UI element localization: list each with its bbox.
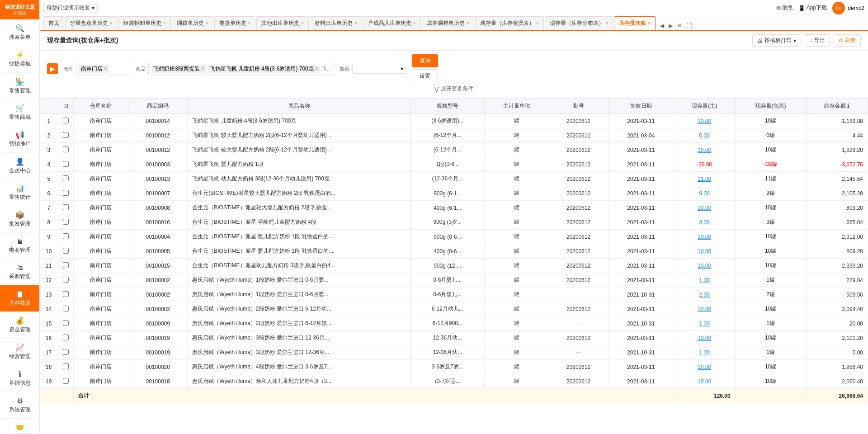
warehouse-input[interactable]: 南岸门店 ×: [76, 63, 130, 75]
sidebar-item-8[interactable]: 🖥电商管理: [0, 233, 39, 259]
tab-close-2[interactable]: ×: [163, 21, 166, 26]
tab-close-all[interactable]: ✕: [675, 22, 684, 30]
sidebar-item-13[interactable]: ℹ基础信息: [0, 365, 39, 392]
cell-stock-main[interactable]: 0.00: [674, 128, 735, 143]
tab-close-6[interactable]: ×: [354, 21, 357, 26]
cell-stock-main[interactable]: 1.00: [674, 316, 735, 331]
tab-close-5[interactable]: ×: [301, 21, 304, 26]
cell-stock-main[interactable]: 10.00: [674, 374, 735, 389]
cell-stock-main[interactable]: 10.00: [674, 259, 735, 273]
cell-stock-main[interactable]: 1.00: [674, 345, 735, 360]
account-dropdown[interactable]: 母婴行业演示账套 ▾: [43, 3, 98, 13]
tab-item-8[interactable]: 成本调整单历史×: [422, 16, 474, 30]
user-info[interactable]: Ea demo2: [832, 2, 864, 14]
color-input[interactable]: ▾: [352, 64, 406, 74]
tab-item-0[interactable]: 首页: [43, 16, 64, 30]
template-print-btn[interactable]: 🖨 按模板打印 ▾: [752, 34, 801, 47]
filter-expand-btn[interactable]: ▶: [47, 63, 58, 74]
th-checkbox[interactable]: ☑: [58, 99, 73, 114]
tab-close-11[interactable]: ×: [648, 21, 651, 26]
cell-checkbox[interactable]: [58, 360, 73, 374]
warehouse-tag-close[interactable]: ×: [104, 66, 107, 72]
tab-item-10[interactable]: 现存量（库存分布表）×: [545, 16, 613, 30]
cell-checkbox[interactable]: [58, 302, 73, 316]
export-btn[interactable]: ↑ 导出: [805, 34, 830, 47]
cell-checkbox[interactable]: [58, 244, 73, 259]
product-input[interactable]: 飞鹤奶粉3段两提装 × 飞鹤星飞帆 儿童奶粉 4段(3-6岁适用) 700克 ×…: [148, 63, 334, 75]
tab-maximize[interactable]: ⛶: [684, 22, 693, 30]
cell-checkbox[interactable]: [58, 128, 73, 143]
sidebar-item-7[interactable]: 📦批发管理: [0, 206, 39, 233]
cell-checkbox[interactable]: [58, 230, 73, 244]
product-tag-1-close[interactable]: ×: [201, 66, 204, 72]
cell-stock-main[interactable]: -39.00: [674, 157, 735, 172]
sidebar-item-15[interactable]: 🤝企业协同: [0, 419, 39, 434]
settings-btn[interactable]: 设置: [412, 69, 438, 83]
cell-unit: 罐: [484, 128, 549, 143]
cell-checkbox[interactable]: [58, 157, 73, 172]
tab-close-7[interactable]: ×: [413, 21, 416, 26]
cell-checkbox[interactable]: [58, 186, 73, 201]
sidebar-item-3[interactable]: 🛒零售商城: [0, 99, 39, 126]
sidebar-item-5[interactable]: 👤会员中心: [0, 153, 39, 179]
cell-stock-main[interactable]: 3.00: [674, 215, 735, 230]
tab-close-8[interactable]: ×: [467, 21, 469, 26]
tab-close-10[interactable]: ×: [606, 21, 609, 26]
expand-more-row[interactable]: ⋁ 展开更多条件: [47, 83, 861, 94]
tab-close-1[interactable]: ×: [110, 21, 113, 26]
cell-stock-main[interactable]: 10.00: [674, 360, 735, 374]
cell-checkbox[interactable]: [58, 316, 73, 331]
cell-checkbox[interactable]: [58, 345, 73, 360]
cell-stock-main[interactable]: 10.00: [674, 114, 735, 128]
cell-checkbox[interactable]: [58, 273, 73, 288]
tab-item-9[interactable]: 现存量（库存状况表）×: [475, 16, 544, 30]
cell-checkbox[interactable]: [58, 331, 73, 345]
refresh-btn[interactable]: ↺ 刷新: [834, 34, 861, 47]
cell-stock-main[interactable]: 10.00: [674, 230, 735, 244]
sidebar-item-10[interactable]: 📋库存核算: [0, 285, 39, 312]
cell-stock-main[interactable]: 10.00: [674, 244, 735, 259]
cell-stock-main[interactable]: 10.00: [674, 302, 735, 316]
cell-checkbox[interactable]: [58, 259, 73, 273]
cell-checkbox[interactable]: [58, 172, 73, 186]
query-btn[interactable]: 查询: [412, 54, 438, 67]
tab-close-4[interactable]: ×: [248, 21, 251, 26]
tab-item-1[interactable]: 分量盘点单历史×: [65, 16, 118, 30]
sidebar-item-9[interactable]: 🛍采购管理: [0, 259, 39, 285]
cell-checkbox[interactable]: [58, 215, 73, 230]
sidebar-item-0[interactable]: 🔍搜索菜单: [0, 19, 39, 46]
sidebar-item-14[interactable]: ⚙系统管理: [0, 392, 39, 419]
tab-item-6[interactable]: 材料出库单历史×: [310, 16, 362, 30]
cell-stock-main[interactable]: 9.00: [674, 186, 735, 201]
cell-stock-main[interactable]: 2.00: [674, 288, 735, 302]
tab-prev-arrow[interactable]: ◀: [658, 22, 666, 30]
app-download-btn[interactable]: 📱 App下载: [798, 4, 827, 12]
tab-close-3[interactable]: ×: [206, 21, 208, 26]
cell-checkbox[interactable]: [58, 201, 73, 215]
cell-checkbox[interactable]: [58, 143, 73, 157]
cell-stock-main[interactable]: 10.00: [674, 201, 735, 215]
cell-stock-main[interactable]: 1.00: [674, 273, 735, 288]
product-tag-2-close[interactable]: ×: [315, 66, 318, 72]
tab-item-4[interactable]: 要货单历史×: [214, 16, 256, 30]
sidebar-item-4[interactable]: 📢营销推广: [0, 126, 39, 153]
sidebar-item-11[interactable]: 💰资金管理: [0, 312, 39, 339]
tab-next-arrow[interactable]: ▶: [667, 22, 675, 30]
tab-item-7[interactable]: 产成品入库单历史×: [363, 16, 421, 30]
message-btn[interactable]: ✉ 消息: [776, 4, 793, 12]
tab-item-11[interactable]: 库存批次账×: [614, 16, 656, 30]
cell-stock-main[interactable]: 10.00: [674, 331, 735, 345]
sidebar-item-2[interactable]: 🏪零售管理: [0, 73, 39, 99]
sidebar-item-12[interactable]: 📈经营管理: [0, 339, 39, 365]
tab-item-3[interactable]: 调拨单历史×: [172, 16, 213, 30]
cell-stock-main[interactable]: 10.00: [674, 143, 735, 157]
cell-checkbox[interactable]: [58, 114, 73, 128]
tab-close-9[interactable]: ×: [536, 21, 539, 26]
cell-checkbox[interactable]: [58, 374, 73, 389]
cell-stock-main[interactable]: 11.00: [674, 172, 735, 186]
tab-item-2[interactable]: 组装拆卸单历史×: [118, 16, 171, 30]
tab-item-5[interactable]: 其他出库单历史×: [256, 16, 309, 30]
sidebar-item-6[interactable]: 📊零售统计: [0, 179, 39, 206]
cell-checkbox[interactable]: [58, 288, 73, 302]
sidebar-item-1[interactable]: ⚡快捷导航: [0, 46, 39, 73]
